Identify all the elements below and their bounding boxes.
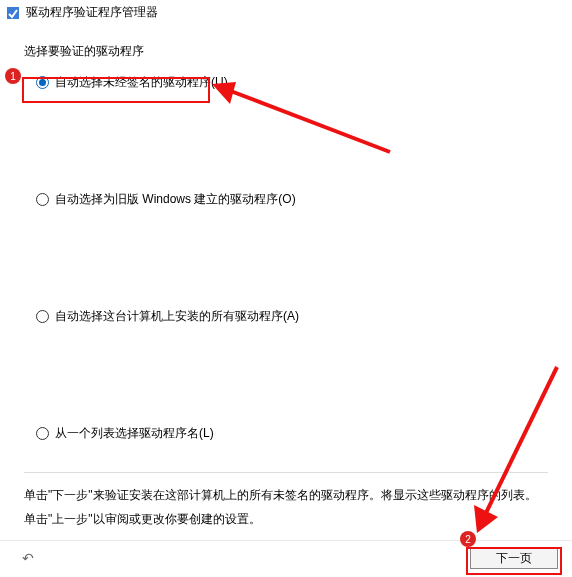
back-arrow-icon[interactable]: ↶ xyxy=(22,550,34,566)
radio-icon xyxy=(36,310,49,323)
radio-group: 自动选择未经签名的驱动程序(U) 自动选择为旧版 Windows 建立的驱动程序… xyxy=(24,74,548,442)
app-icon xyxy=(6,6,20,20)
radio-option-from-list[interactable]: 从一个列表选择驱动程序名(L) xyxy=(36,425,544,442)
description-line: 单击"上一步"以审阅或更改你要创建的设置。 xyxy=(24,507,548,531)
radio-option-old-windows[interactable]: 自动选择为旧版 Windows 建立的驱动程序(O) xyxy=(36,191,544,208)
section-heading: 选择要验证的驱动程序 xyxy=(24,43,548,60)
radio-label: 从一个列表选择驱动程序名(L) xyxy=(55,425,214,442)
divider xyxy=(24,472,548,473)
radio-icon xyxy=(36,76,49,89)
radio-icon xyxy=(36,193,49,206)
radio-option-unsigned[interactable]: 自动选择未经签名的驱动程序(U) xyxy=(36,74,544,91)
radio-label: 自动选择未经签名的驱动程序(U) xyxy=(55,74,228,91)
radio-label: 自动选择这台计算机上安装的所有驱动程序(A) xyxy=(55,308,299,325)
footer-nav: ↶ 下一页 xyxy=(0,540,572,575)
radio-option-all-drivers[interactable]: 自动选择这台计算机上安装的所有驱动程序(A) xyxy=(36,308,544,325)
title-bar: 驱动程序验证程序管理器 xyxy=(0,0,572,25)
description-line: 单击"下一步"来验证安装在这部计算机上的所有未签名的驱动程序。将显示这些驱动程序… xyxy=(24,483,548,507)
content-area: 选择要验证的驱动程序 自动选择未经签名的驱动程序(U) 自动选择为旧版 Wind… xyxy=(0,25,572,541)
next-button[interactable]: 下一页 xyxy=(470,547,558,569)
window-title: 驱动程序验证程序管理器 xyxy=(26,4,158,21)
radio-label: 自动选择为旧版 Windows 建立的驱动程序(O) xyxy=(55,191,296,208)
radio-icon xyxy=(36,427,49,440)
description: 单击"下一步"来验证安装在这部计算机上的所有未签名的驱动程序。将显示这些驱动程序… xyxy=(24,483,548,531)
